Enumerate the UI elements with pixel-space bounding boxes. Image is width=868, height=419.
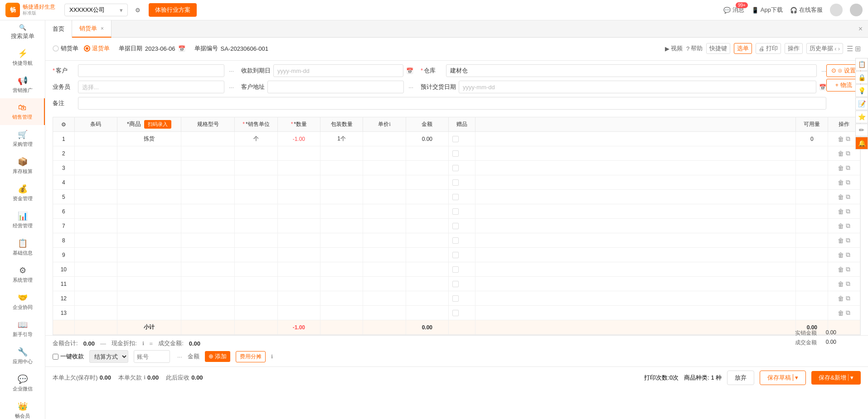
sidebar-item-inventory[interactable]: 📦 库存核算: [0, 152, 45, 179]
sidebar-item-finance[interactable]: 💰 资金管理: [0, 179, 45, 207]
expected-date-input[interactable]: [459, 81, 816, 93]
sidebar-item-guide[interactable]: 📖 新手引导: [0, 315, 45, 342]
sidebar-item-member[interactable]: 👑 畅会员: [0, 397, 45, 419]
copy-row-btn[interactable]: ⧉: [846, 164, 850, 172]
warehouse-more-icon[interactable]: ···: [821, 67, 826, 74]
right-btn-1[interactable]: 📋: [855, 58, 868, 71]
delete-row-btn[interactable]: 🗑: [838, 251, 844, 259]
delete-row-btn[interactable]: 🗑: [838, 208, 844, 215]
close-all-tabs[interactable]: ×: [853, 25, 868, 33]
delete-row-btn[interactable]: 🗑: [838, 193, 844, 201]
delete-row-btn[interactable]: 🗑: [838, 150, 844, 157]
copy-row-btn[interactable]: ⧉: [846, 178, 850, 186]
gift-checkbox[interactable]: [452, 136, 459, 142]
copy-row-btn[interactable]: ⧉: [846, 294, 850, 302]
help-link[interactable]: ? 帮助: [686, 44, 703, 53]
pay-method-select[interactable]: 结算方式: [89, 350, 128, 363]
copy-row-btn[interactable]: ⧉: [846, 222, 850, 230]
radio-sales[interactable]: 销货单: [53, 44, 78, 53]
message-button[interactable]: 💬 消息 99+: [723, 6, 744, 14]
account-more-icon[interactable]: ···: [177, 353, 182, 360]
account-input[interactable]: [134, 350, 170, 363]
delete-row-btn[interactable]: 🗑: [838, 237, 844, 244]
sidebar-item-quick[interactable]: ⚡ 快捷导航: [0, 44, 45, 71]
receive-date-input[interactable]: [273, 64, 403, 77]
expected-date-calendar-icon[interactable]: 📅: [819, 84, 826, 91]
fee-tab-button[interactable]: 费用分摊: [236, 351, 266, 362]
gift-checkbox[interactable]: [452, 310, 459, 316]
sidebar-item-collab[interactable]: 🤝 企业协同: [0, 288, 45, 315]
customer-more-icon[interactable]: ···: [229, 67, 234, 74]
note-input[interactable]: [78, 97, 826, 110]
copy-row-btn[interactable]: ⧉: [846, 193, 850, 201]
copy-row-btn[interactable]: ⧉: [846, 309, 850, 317]
gift-checkbox[interactable]: [452, 179, 459, 186]
delete-row-btn[interactable]: 🗑: [838, 135, 844, 143]
tab-home[interactable]: 首页: [45, 20, 72, 38]
sidebar-item-purchase[interactable]: 🛒 采购管理: [0, 125, 45, 152]
grid-view-icon[interactable]: ⊞: [855, 44, 861, 53]
save-draft-button[interactable]: 保存草稿 ▾: [760, 371, 806, 385]
right-btn-2[interactable]: 🔒: [855, 71, 868, 84]
gift-checkbox[interactable]: [452, 281, 459, 287]
right-btn-7[interactable]: 🔔: [855, 137, 868, 149]
gift-checkbox[interactable]: [452, 208, 459, 215]
customer-input[interactable]: [78, 64, 224, 77]
app-download-button[interactable]: 📱 App下载: [752, 6, 783, 14]
gift-checkbox[interactable]: [452, 252, 459, 258]
sidebar-item-operations[interactable]: 📊 经营管理: [0, 207, 45, 234]
tab-close-icon[interactable]: ×: [101, 25, 104, 32]
gift-checkbox[interactable]: [452, 150, 459, 157]
right-btn-5[interactable]: ⭐: [855, 111, 868, 123]
online-service-button[interactable]: 🎧 在线客服: [790, 6, 823, 14]
video-link[interactable]: ▶ 视频: [665, 44, 683, 53]
user-avatar[interactable]: [830, 4, 843, 16]
sidebar-item-sales[interactable]: 🛍 销售管理: [0, 98, 45, 125]
discard-button[interactable]: 放弃: [727, 371, 754, 385]
scan-button[interactable]: 扫码录入: [144, 120, 171, 129]
company-selector[interactable]: XXXXXX公司 ▾: [64, 4, 128, 16]
copy-row-btn[interactable]: ⧉: [846, 149, 850, 157]
copy-row-btn[interactable]: ⧉: [846, 265, 850, 273]
delete-row-btn[interactable]: 🗑: [838, 309, 844, 317]
copy-row-btn[interactable]: ⧉: [846, 251, 850, 259]
delete-row-btn[interactable]: 🗑: [838, 280, 844, 288]
right-btn-3[interactable]: 💡: [855, 84, 868, 97]
add-fee-button[interactable]: ⊕ 添加: [205, 351, 230, 362]
delete-row-btn[interactable]: 🗑: [838, 222, 844, 230]
select-btn[interactable]: 选单: [734, 43, 752, 54]
date-calendar-icon[interactable]: 📅: [178, 45, 185, 52]
list-view-icon[interactable]: ☰: [847, 44, 853, 53]
copy-row-btn[interactable]: ⧉: [846, 135, 850, 143]
sidebar-item-marketing[interactable]: 📢 营销推广: [0, 71, 45, 98]
warehouse-input[interactable]: [446, 64, 817, 77]
sidebar-search[interactable]: 🔍 搜索菜单: [0, 20, 45, 44]
shortcut-btn[interactable]: 快捷键: [706, 43, 730, 54]
save-new-button[interactable]: 保存&新增 ▾: [811, 371, 861, 385]
sidebar-item-wechat[interactable]: 💬 企业微信: [0, 370, 45, 397]
gift-checkbox[interactable]: [452, 295, 459, 302]
history-btn[interactable]: 历史单据 ‹ ›: [806, 43, 843, 54]
receive-date-calendar-icon[interactable]: 📅: [406, 67, 413, 74]
salesperson-more-icon[interactable]: ···: [229, 84, 234, 91]
delete-row-btn[interactable]: 🗑: [838, 164, 844, 172]
copy-row-btn[interactable]: ⧉: [846, 207, 850, 215]
operation-btn[interactable]: 操作: [785, 43, 803, 54]
draft-dropdown-icon[interactable]: ▾: [793, 374, 798, 381]
sidebar-item-system[interactable]: ⚙ 系统管理: [0, 261, 45, 288]
radio-return[interactable]: 退货单: [84, 44, 110, 53]
gift-checkbox[interactable]: [452, 266, 459, 273]
user-avatar2[interactable]: [850, 4, 863, 16]
right-btn-4[interactable]: 📝: [855, 97, 868, 110]
salesperson-input[interactable]: [78, 81, 224, 93]
customer-addr-input[interactable]: [267, 81, 404, 93]
one-pay-checkbox[interactable]: [53, 354, 58, 360]
delete-row-btn[interactable]: 🗑: [838, 295, 844, 302]
save-new-dropdown-icon[interactable]: ▾: [848, 374, 853, 381]
sidebar-item-basics[interactable]: 📋 基础信息: [0, 234, 45, 261]
gift-checkbox[interactable]: [452, 194, 459, 200]
print-btn[interactable]: 🖨 打印: [756, 43, 781, 54]
sidebar-item-apps[interactable]: 🔧 应用中心: [0, 342, 45, 370]
trial-button[interactable]: 体验行业方案: [149, 3, 197, 17]
addr-more-icon[interactable]: ···: [408, 84, 413, 91]
